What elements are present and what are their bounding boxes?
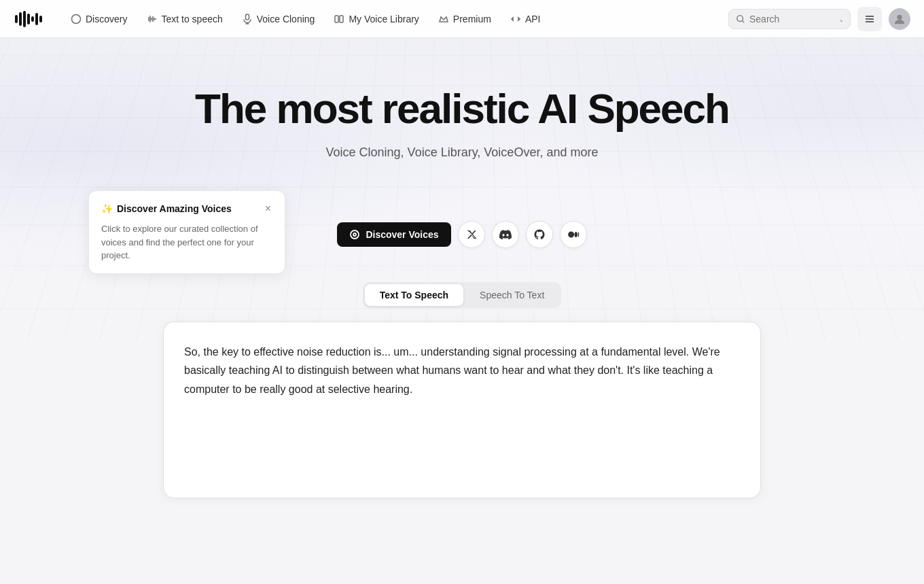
search-input[interactable] <box>749 14 832 24</box>
nav-discovery-label: Discovery <box>86 14 127 24</box>
headphones-icon <box>349 229 360 240</box>
svg-rect-2 <box>23 11 26 27</box>
compass-icon <box>71 14 82 24</box>
nav-link-my-voice-library[interactable]: My Voice Library <box>325 10 427 29</box>
svg-point-28 <box>897 14 902 19</box>
svg-rect-1 <box>19 12 22 26</box>
tooltip-close-button[interactable]: × <box>264 202 272 216</box>
svg-point-29 <box>351 230 359 239</box>
search-box[interactable] <box>728 9 851 29</box>
tab-text-to-speech[interactable]: Text To Speech <box>365 284 463 306</box>
page: The most realistic AI Speech Voice Cloni… <box>0 0 924 584</box>
nav-link-voice-cloning[interactable]: Voice Cloning <box>234 10 323 29</box>
hero-subtitle: Voice Cloning, Voice Library, VoiceOver,… <box>14 145 910 160</box>
hero-title: The most realistic AI Speech <box>14 86 910 132</box>
api-icon <box>510 14 521 24</box>
nav-premium-label: Premium <box>453 14 491 24</box>
mic-icon <box>242 14 253 24</box>
nav-voice-cloning-label: Voice Cloning <box>257 14 315 24</box>
nav-right <box>728 7 910 31</box>
navbar: Discovery Text to speech Voic <box>0 0 924 38</box>
nav-api-label: API <box>525 14 541 24</box>
menu-button[interactable] <box>857 7 882 31</box>
svg-rect-5 <box>35 13 38 25</box>
discover-voices-button[interactable]: Discover Voices <box>337 222 450 247</box>
discover-voices-label: Discover Voices <box>366 229 438 240</box>
svg-rect-20 <box>335 16 338 22</box>
svg-line-24 <box>840 20 842 21</box>
nav-link-api[interactable]: API <box>502 10 549 29</box>
tooltip-header: ✨ Discover Amazing Voices × <box>101 202 272 216</box>
text-area-content: So, the key to effective noise reduction… <box>184 343 740 398</box>
nav-tts-label: Text to speech <box>161 14 222 24</box>
tooltip-body: Click to explore our curated collection … <box>101 222 272 262</box>
search-submit-icon <box>836 14 843 24</box>
svg-rect-3 <box>27 14 30 24</box>
svg-point-9 <box>75 18 77 20</box>
tabs-wrapper: Text To Speech Speech To Text <box>363 282 562 308</box>
hero-section: The most realistic AI Speech Voice Cloni… <box>0 38 924 214</box>
svg-rect-6 <box>39 16 42 22</box>
svg-rect-17 <box>245 14 249 20</box>
crown-icon <box>438 14 449 24</box>
nav-links: Discovery Text to speech Voic <box>63 10 728 29</box>
svg-rect-4 <box>31 16 34 22</box>
discord-icon <box>499 228 512 241</box>
github-icon <box>533 228 546 241</box>
text-area-wrapper: So, the key to effective noise reduction… <box>163 322 761 498</box>
medium-icon <box>567 228 580 241</box>
svg-point-30 <box>353 233 356 236</box>
social-btn-x[interactable] <box>458 221 485 248</box>
tooltip-card: ✨ Discover Amazing Voices × Click to exp… <box>88 190 285 274</box>
logo[interactable] <box>14 10 46 29</box>
social-btn-github[interactable] <box>526 221 553 248</box>
social-btn-medium[interactable] <box>560 221 587 248</box>
svg-line-23 <box>742 20 744 22</box>
tabs-container: Text To Speech Speech To Text <box>0 282 924 308</box>
nav-voice-library-label: My Voice Library <box>349 14 419 24</box>
tooltip-title-text: Discover Amazing Voices <box>117 203 232 214</box>
nav-link-text-to-speech[interactable]: Text to speech <box>138 10 230 29</box>
library-icon <box>334 14 344 24</box>
svg-rect-0 <box>15 15 18 23</box>
avatar[interactable] <box>889 8 910 30</box>
tab-speech-to-text[interactable]: Speech To Text <box>465 284 559 306</box>
search-icon <box>736 14 745 24</box>
x-icon <box>466 229 477 240</box>
sparkle-icon: ✨ <box>101 203 113 214</box>
svg-rect-21 <box>340 16 343 22</box>
waveform-icon <box>146 14 157 24</box>
nav-link-premium[interactable]: Premium <box>430 10 499 29</box>
nav-link-discovery[interactable]: Discovery <box>63 10 135 29</box>
social-btn-discord[interactable] <box>492 221 519 248</box>
tooltip-title: ✨ Discover Amazing Voices <box>101 203 232 214</box>
